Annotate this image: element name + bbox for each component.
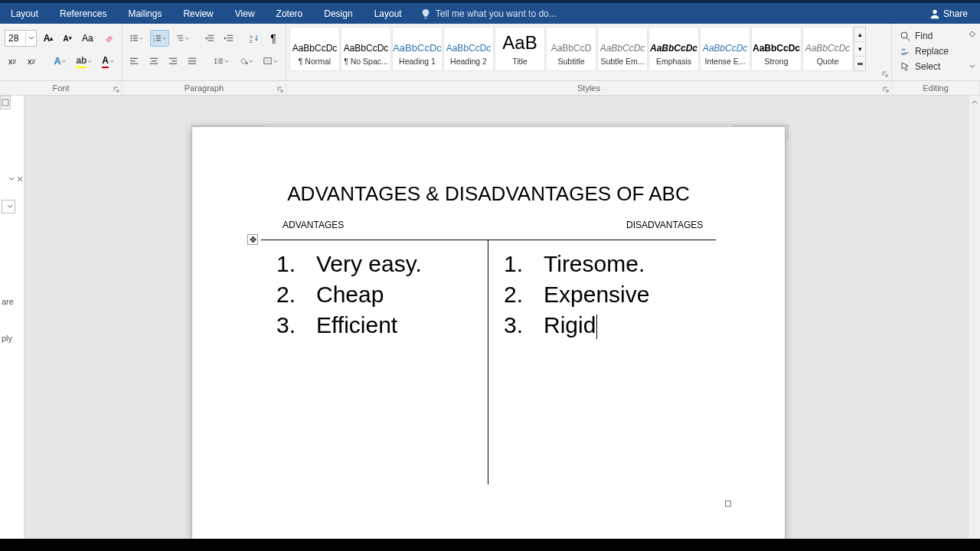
- show-marks-button[interactable]: ¶: [266, 30, 281, 47]
- text-effects-button[interactable]: A: [51, 53, 70, 70]
- multilevel-list-button[interactable]: [173, 30, 192, 47]
- svg-point-1: [131, 35, 132, 37]
- styles-launcher-strip[interactable]: [882, 86, 890, 93]
- style-item[interactable]: AaBbCcDcQuote: [802, 27, 853, 71]
- justify-button[interactable]: [185, 53, 200, 70]
- share-button[interactable]: Share: [923, 3, 974, 24]
- style-item[interactable]: AaBbCcDcEmphasis: [648, 27, 699, 71]
- outdent-icon: [205, 34, 214, 43]
- align-center-button[interactable]: [146, 53, 162, 70]
- svg-rect-34: [188, 60, 196, 61]
- styles-gallery: AaBbCcDc¶ NormalAaBbCcDc¶ No Spac...AaBb…: [286, 24, 892, 80]
- style-item[interactable]: AaBbCcDc¶ No Spac...: [341, 27, 391, 71]
- borders-icon: [263, 57, 273, 66]
- style-item[interactable]: AaBbCcDcHeading 1: [392, 27, 443, 71]
- font-size-input[interactable]: [5, 33, 25, 44]
- select-button[interactable]: Select: [900, 59, 975, 74]
- table-move-handle[interactable]: ✥: [247, 234, 258, 245]
- tab-references[interactable]: References: [49, 3, 117, 24]
- list-item: 2.Cheap: [276, 282, 480, 308]
- shading-button[interactable]: [236, 53, 256, 70]
- svg-rect-30: [169, 58, 177, 59]
- numbering-button[interactable]: 123: [150, 30, 169, 47]
- style-item[interactable]: AaBbCcDSubtitle: [546, 27, 596, 71]
- find-label: Find: [915, 31, 933, 41]
- svg-text:3: 3: [153, 40, 155, 43]
- line-spacing-button[interactable]: [211, 53, 232, 70]
- disadvantages-cell[interactable]: 1.Tiresome. 2.Expensive 3.Rigid: [488, 240, 716, 484]
- svg-rect-38: [218, 63, 223, 64]
- change-case-button[interactable]: Aa: [79, 30, 98, 47]
- style-item[interactable]: AaBbCcDcSubtle Em...: [597, 27, 648, 71]
- gallery-more-button[interactable]: [854, 57, 865, 70]
- tab-review[interactable]: Review: [172, 3, 224, 24]
- select-label: Select: [915, 61, 940, 72]
- font-launcher[interactable]: [113, 86, 120, 93]
- svg-rect-24: [130, 58, 138, 59]
- chevron-down-icon[interactable]: [25, 31, 36, 46]
- cursor-icon: [900, 61, 910, 72]
- style-item[interactable]: AaBTitle: [495, 27, 545, 71]
- close-icon[interactable]: [17, 176, 23, 182]
- vertical-scrollbar[interactable]: [968, 96, 980, 539]
- replace-button[interactable]: ab Replace: [900, 44, 975, 59]
- font-group: A▴ A▾ Aa x2 x2 A ab A: [0, 24, 122, 80]
- find-button[interactable]: Find: [900, 28, 975, 44]
- tab-mailings[interactable]: Mailings: [117, 3, 172, 24]
- font-group-label: Font: [0, 81, 122, 95]
- svg-rect-35: [188, 64, 196, 64]
- tab-zotero[interactable]: Zotero: [266, 3, 314, 24]
- svg-rect-8: [156, 35, 161, 36]
- svg-text:Z: Z: [250, 39, 253, 43]
- sort-button[interactable]: AZ: [247, 30, 262, 47]
- align-left-button[interactable]: [127, 53, 142, 70]
- tab-design[interactable]: Design: [313, 3, 363, 24]
- highlight-color-button[interactable]: ab: [73, 53, 95, 70]
- svg-rect-36: [218, 59, 223, 60]
- svg-point-3: [131, 37, 132, 39]
- pane-combo[interactable]: [2, 200, 15, 214]
- borders-button[interactable]: [260, 53, 281, 70]
- tab-view[interactable]: View: [224, 3, 266, 24]
- style-item[interactable]: AaBbCcDcStrong: [751, 27, 802, 71]
- grow-font-button[interactable]: A▴: [41, 30, 56, 47]
- style-item[interactable]: AaBbCcDcHeading 2: [443, 27, 494, 71]
- svg-rect-12: [156, 40, 161, 41]
- document-page[interactable]: ADVANTAGES & DISADVANTAGES OF ABC ADVANT…: [191, 126, 786, 539]
- align-right-button[interactable]: [165, 53, 181, 70]
- list-item: 3.Rigid: [504, 312, 708, 339]
- gallery-up-button[interactable]: ▴: [854, 28, 865, 42]
- styles-launcher[interactable]: [880, 70, 890, 79]
- table[interactable]: ✥ 1.Very easy. 2.Cheap 3.Efficient 1.Tir…: [261, 240, 716, 484]
- style-item[interactable]: AaBbCcDc¶ Normal: [289, 27, 340, 71]
- superscript-button[interactable]: x2: [24, 53, 39, 70]
- page-wrap: ADVANTAGES & DISADVANTAGES OF ABC ADVANT…: [191, 126, 786, 539]
- increase-indent-button[interactable]: [221, 30, 237, 47]
- editing-group-label: Editing: [892, 81, 980, 95]
- bullets-button[interactable]: [127, 30, 146, 47]
- advantages-header: ADVANTAGES: [192, 220, 488, 230]
- collapse-ribbon-icon[interactable]: [969, 96, 980, 108]
- styles-scroll[interactable]: ▴ ▾: [854, 27, 866, 71]
- tab-table-layout[interactable]: Layout: [364, 3, 413, 24]
- tell-me-search[interactable]: Tell me what you want to do...: [413, 8, 557, 19]
- clear-formatting-button[interactable]: [102, 30, 117, 47]
- paragraph-launcher[interactable]: [276, 86, 284, 93]
- shrink-font-button[interactable]: A▾: [60, 30, 75, 47]
- align-right-icon: [168, 57, 178, 66]
- tab-layout[interactable]: Layout: [0, 3, 49, 24]
- pane-close-button[interactable]: [2, 172, 23, 186]
- collapse-ribbon-button[interactable]: [968, 28, 977, 65]
- style-item[interactable]: AaBbCcDcIntense E...: [700, 27, 750, 71]
- chevron-down-icon: [8, 176, 15, 182]
- advantages-cell[interactable]: 1.Very easy. 2.Cheap 3.Efficient: [261, 240, 488, 484]
- font-size-combo[interactable]: [5, 30, 37, 47]
- decrease-indent-button[interactable]: [202, 30, 217, 47]
- font-color-button[interactable]: A: [99, 53, 117, 70]
- gallery-down-button[interactable]: ▾: [854, 42, 865, 57]
- subscript-button[interactable]: x2: [5, 53, 20, 70]
- line-spacing-icon: [214, 57, 224, 66]
- svg-line-44: [906, 37, 910, 41]
- svg-rect-29: [150, 64, 158, 64]
- table-resize-handle[interactable]: [725, 500, 731, 507]
